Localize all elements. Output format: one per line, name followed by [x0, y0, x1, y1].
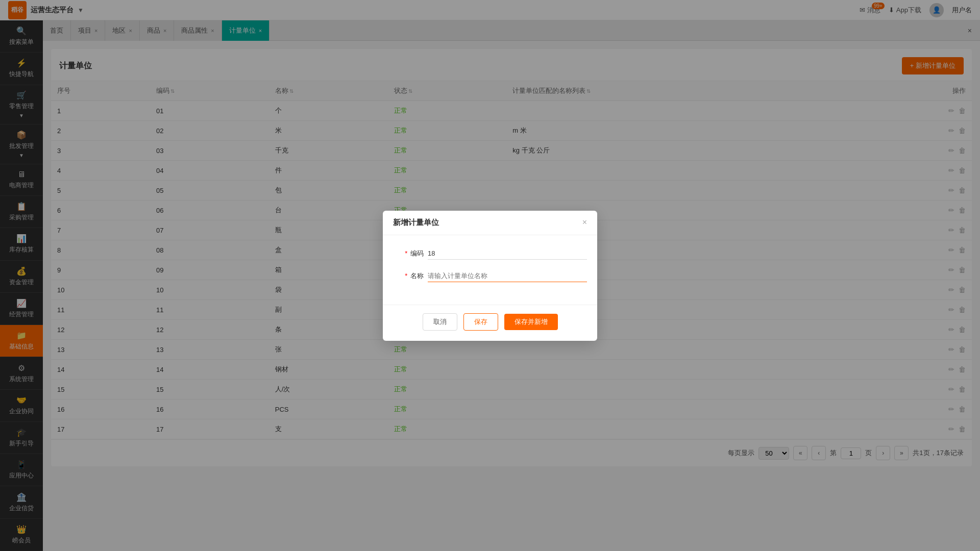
- save-new-button[interactable]: 保存并新增: [504, 314, 558, 330]
- code-input[interactable]: [428, 247, 587, 260]
- name-form-row: * 名称: [393, 270, 587, 282]
- modal-title: 新增计量单位: [393, 218, 439, 228]
- cancel-button[interactable]: 取消: [423, 313, 457, 331]
- modal-footer: 取消 保存 保存并新增: [383, 305, 597, 341]
- name-required-star: *: [405, 272, 407, 280]
- modal-header: 新增计量单位 ×: [383, 211, 597, 235]
- code-required-star: *: [405, 249, 407, 257]
- code-label: * 编码: [393, 249, 424, 258]
- modal-body: * 编码 * 名称: [383, 235, 597, 305]
- name-input[interactable]: [428, 270, 587, 282]
- modal-close-button[interactable]: ×: [582, 218, 587, 227]
- name-label: * 名称: [393, 271, 424, 281]
- save-button[interactable]: 保存: [463, 313, 498, 331]
- modal-overlay: 新增计量单位 × * 编码 * 名称 取消 保存 保存并新增: [0, 0, 980, 551]
- code-form-row: * 编码: [393, 247, 587, 260]
- add-unit-modal: 新增计量单位 × * 编码 * 名称 取消 保存 保存并新增: [383, 211, 597, 341]
